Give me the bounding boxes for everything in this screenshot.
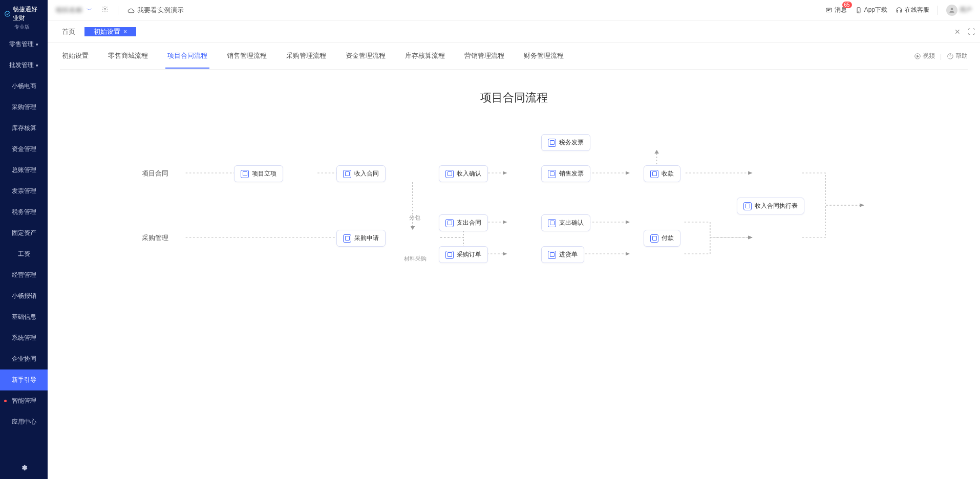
cloud-icon — [127, 7, 135, 14]
node-expense-confirm[interactable]: 支出确认 — [541, 214, 590, 231]
sidebar-footer — [0, 458, 48, 479]
node-purchase-order[interactable]: 采购订单 — [439, 246, 488, 263]
svg-point-4 — [858, 11, 859, 12]
video-link[interactable]: 视频 — [914, 52, 935, 60]
edge-label-material: 材料采购 — [404, 255, 427, 263]
sidebar-item-18[interactable]: 应用中心 — [0, 411, 48, 432]
doc-icon — [743, 202, 752, 210]
section-label-project: 项目合同 — [142, 169, 168, 178]
svg-point-5 — [951, 8, 953, 10]
demo-link[interactable]: 我要看实例演示 — [127, 6, 184, 15]
settings-gear-icon[interactable] — [20, 465, 28, 473]
subtab-0[interactable]: 初始设置 — [60, 44, 91, 68]
org-selector[interactable]: 组织名称 ﹀ — [56, 6, 92, 15]
node-income-exec[interactable]: 收入合同执行表 — [737, 198, 804, 214]
subtab-7[interactable]: 营销管理流程 — [462, 44, 506, 68]
doc-icon — [548, 139, 556, 147]
sidebar-item-0[interactable]: 零售管理 — [0, 34, 48, 55]
subtab-5[interactable]: 资金管理流程 — [344, 44, 388, 68]
flow-diagram: 项目合同流程 — [60, 70, 968, 377]
doc-icon — [343, 234, 351, 243]
svg-rect-2 — [826, 8, 832, 12]
node-goods-receipt[interactable]: 进货单 — [541, 246, 584, 263]
sidebar-item-5[interactable]: 资金管理 — [0, 139, 48, 160]
org-settings-icon[interactable] — [101, 6, 109, 14]
avatar-icon — [946, 5, 957, 16]
tab-0[interactable]: 首页 — [53, 27, 84, 36]
sidebar-item-16[interactable]: 新手引导 — [0, 369, 48, 390]
edge-label-sub: 分包 — [409, 214, 420, 222]
node-sales-invoice[interactable]: 销售发票 — [541, 165, 590, 182]
close-all-tabs-icon[interactable]: ✕ — [954, 28, 961, 36]
node-tax-invoice[interactable]: 税务发票 — [541, 134, 590, 151]
subtab-1[interactable]: 零售商城流程 — [106, 44, 150, 68]
sidebar-nav: 零售管理批发管理小畅电商采购管理库存核算资金管理总账管理发票管理税务管理固定资产… — [0, 34, 48, 458]
topbar: 组织名称 ﹀ 我要看实例演示 消息 65 App下载 — [48, 0, 980, 20]
sub-tabs: 初始设置零售商城流程项目合同流程销售管理流程采购管理流程资金管理流程库存核算流程… — [60, 43, 968, 70]
node-receipt[interactable]: 收款 — [644, 165, 680, 182]
node-income-contract[interactable]: 收入合同 — [336, 165, 386, 182]
subtab-2[interactable]: 项目合同流程 — [165, 44, 209, 69]
svg-point-1 — [104, 8, 106, 10]
subtab-4[interactable]: 采购管理流程 — [284, 44, 328, 68]
doc-icon — [548, 251, 556, 259]
brand-name: 畅捷通好业财 — [13, 5, 44, 23]
tab-1[interactable]: 初始设置× — [84, 27, 136, 36]
messages-button[interactable]: 消息 65 — [825, 6, 847, 14]
brand-area: 畅捷通好业财 专业版 — [0, 0, 48, 34]
sidebar-item-9[interactable]: 固定资产 — [0, 223, 48, 244]
fullscreen-icon[interactable]: ⛶ — [968, 28, 975, 36]
doc-icon — [548, 170, 556, 178]
sidebar-item-12[interactable]: 小畅报销 — [0, 286, 48, 307]
sidebar-item-1[interactable]: 批发管理 — [0, 55, 48, 76]
download-button[interactable]: App下载 — [855, 6, 887, 14]
node-payment[interactable]: 付款 — [644, 230, 680, 247]
brand-edition: 专业版 — [14, 24, 44, 31]
sidebar-item-3[interactable]: 采购管理 — [0, 97, 48, 118]
subtab-3[interactable]: 销售管理流程 — [225, 44, 269, 68]
sidebar-item-8[interactable]: 税务管理 — [0, 202, 48, 223]
phone-icon — [855, 7, 862, 14]
node-project-setup[interactable]: 项目立项 — [234, 165, 283, 182]
tabs-bar: 首页初始设置× ✕ ⛶ — [48, 20, 980, 43]
sidebar-item-15[interactable]: 企业协同 — [0, 349, 48, 369]
section-label-purchase: 采购管理 — [142, 233, 168, 243]
message-icon — [825, 7, 833, 14]
sidebar-item-6[interactable]: 总账管理 — [0, 160, 48, 181]
support-button[interactable]: 在线客服 — [896, 6, 929, 14]
sidebar: 畅捷通好业财 专业版 零售管理批发管理小畅电商采购管理库存核算资金管理总账管理发… — [0, 0, 48, 479]
svg-point-0 — [5, 11, 10, 16]
message-badge: 65 — [842, 2, 852, 8]
doc-icon — [650, 234, 658, 243]
sidebar-item-11[interactable]: 经营管理 — [0, 265, 48, 286]
doc-icon — [650, 170, 658, 178]
sidebar-item-10[interactable]: 工资 — [0, 244, 48, 265]
sidebar-item-17[interactable]: 智能管理 — [0, 390, 48, 411]
doc-icon — [445, 251, 454, 259]
doc-icon — [241, 170, 249, 178]
doc-icon — [445, 170, 454, 178]
help-icon — [947, 53, 954, 60]
node-purchase-req[interactable]: 采购申请 — [336, 230, 386, 247]
content: 初始设置零售商城流程项目合同流程销售管理流程采购管理流程资金管理流程库存核算流程… — [48, 43, 980, 479]
brand-logo-icon — [4, 10, 11, 18]
sidebar-item-7[interactable]: 发票管理 — [0, 181, 48, 202]
subtab-8[interactable]: 财务管理流程 — [522, 44, 566, 68]
doc-icon — [445, 219, 454, 227]
play-icon — [914, 53, 921, 60]
main-area: 组织名称 ﹀ 我要看实例演示 消息 65 App下载 — [48, 0, 980, 479]
sidebar-item-13[interactable]: 基础信息 — [0, 307, 48, 328]
close-icon[interactable]: × — [123, 28, 127, 35]
sidebar-item-4[interactable]: 库存核算 — [0, 118, 48, 139]
sidebar-item-2[interactable]: 小畅电商 — [0, 76, 48, 97]
chevron-down-icon: ﹀ — [87, 6, 92, 14]
subtab-6[interactable]: 库存核算流程 — [403, 44, 447, 68]
user-menu[interactable]: 用户 — [946, 5, 972, 16]
doc-icon — [343, 170, 351, 178]
node-expense-contract[interactable]: 支出合同 — [439, 214, 488, 231]
node-income-confirm[interactable]: 收入确认 — [439, 165, 488, 182]
help-link[interactable]: 帮助 — [947, 52, 968, 60]
sidebar-item-14[interactable]: 系统管理 — [0, 328, 48, 349]
headset-icon — [896, 7, 903, 14]
flow-title: 项目合同流程 — [91, 90, 937, 105]
